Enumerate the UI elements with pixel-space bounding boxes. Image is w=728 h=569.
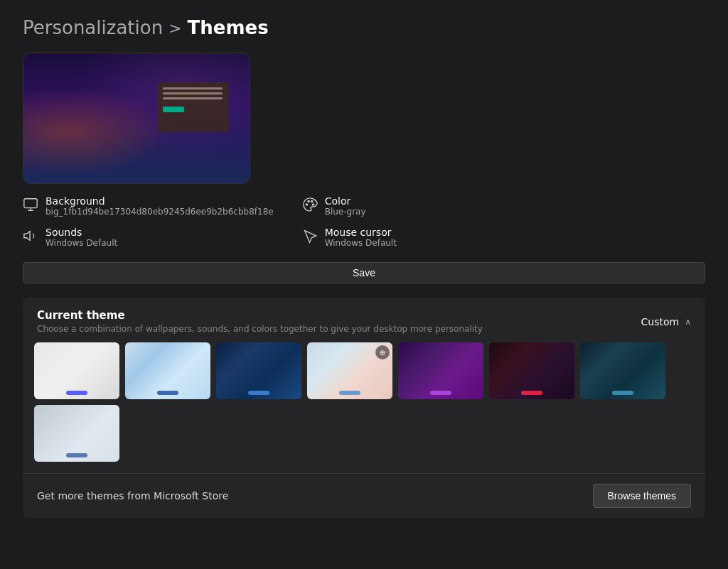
theme-indicator-ocean xyxy=(612,391,633,395)
preview-line-2 xyxy=(163,92,223,94)
chevron-up-icon: ∧ xyxy=(685,317,691,327)
theme-thumb-ocean[interactable] xyxy=(580,342,665,399)
svg-point-3 xyxy=(311,200,312,202)
current-theme-title: Current theme xyxy=(37,309,483,322)
svg-point-1 xyxy=(306,204,307,205)
bottom-bar: Get more themes from Microsoft Store Bro… xyxy=(23,473,705,518)
mouse-cursor-text: Mouse cursor Windows Default xyxy=(325,227,397,248)
info-grid: Background big_1fb1d94be17304d80eb9245d6… xyxy=(23,195,506,248)
background-icon xyxy=(23,197,38,212)
preview-line-3 xyxy=(163,97,223,99)
theme-indicator-purple xyxy=(430,391,451,395)
theme-thumb-white-flower[interactable] xyxy=(34,405,119,462)
theme-thumb-blue-dark[interactable] xyxy=(216,342,301,399)
background-value: big_1fb1d94be17304d80eb9245d6ee9b2b6cbb8… xyxy=(46,207,274,217)
current-theme-title-group: Current theme Choose a combination of wa… xyxy=(37,309,483,334)
themes-grid: ⊕ xyxy=(23,342,705,473)
sounds-icon xyxy=(23,228,38,244)
sounds-value: Windows Default xyxy=(46,238,117,248)
current-theme-description: Choose a combination of wallpapers, soun… xyxy=(37,324,483,334)
current-theme-value: Custom xyxy=(641,316,680,327)
background-label: Background xyxy=(46,195,274,207)
save-button[interactable]: Save xyxy=(23,262,705,283)
svg-rect-0 xyxy=(24,199,37,208)
preview-window-button xyxy=(163,107,184,112)
theme-preview xyxy=(23,53,250,184)
browse-themes-button[interactable]: Browse themes xyxy=(593,484,691,508)
theme-indicator-dark-floral xyxy=(521,391,542,395)
breadcrumb-current: Themes xyxy=(188,17,269,38)
theme-indicator-blue-flower xyxy=(157,391,178,395)
color-label: Color xyxy=(325,195,366,207)
theme-thumb-dark-floral[interactable] xyxy=(489,342,574,399)
settings-page: Personalization > Themes Background xyxy=(0,0,728,535)
color-icon xyxy=(302,197,318,212)
sounds-text: Sounds Windows Default xyxy=(46,227,117,248)
preview-section: Background big_1fb1d94be17304d80eb9245d6… xyxy=(23,53,705,283)
preview-window xyxy=(157,82,228,131)
sounds-info[interactable]: Sounds Windows Default xyxy=(23,227,274,248)
breadcrumb: Personalization > Themes xyxy=(23,17,705,38)
color-value: Blue-gray xyxy=(325,207,366,217)
sounds-label: Sounds xyxy=(46,227,117,238)
background-text: Background big_1fb1d94be17304d80eb9245d6… xyxy=(46,195,274,217)
background-info[interactable]: Background big_1fb1d94be17304d80eb9245d6… xyxy=(23,195,274,217)
theme-overlay-sakura: ⊕ xyxy=(375,345,390,359)
current-theme-section: Current theme Choose a combination of wa… xyxy=(23,298,705,518)
breadcrumb-parent[interactable]: Personalization xyxy=(23,17,163,38)
theme-indicator-white-flower xyxy=(66,453,87,457)
svg-marker-5 xyxy=(24,232,30,241)
theme-indicator-light xyxy=(66,391,87,395)
breadcrumb-separator: > xyxy=(168,19,181,37)
mouse-cursor-label: Mouse cursor xyxy=(325,227,397,238)
preview-line-1 xyxy=(163,87,223,90)
theme-thumb-purple[interactable] xyxy=(398,342,483,399)
store-text: Get more themes from Microsoft Store xyxy=(37,490,228,502)
theme-thumb-sakura[interactable]: ⊕ xyxy=(307,342,392,399)
mouse-cursor-info[interactable]: Mouse cursor Windows Default xyxy=(302,227,506,248)
mouse-cursor-icon xyxy=(302,228,318,244)
current-theme-header: Current theme Choose a combination of wa… xyxy=(23,298,705,342)
theme-indicator-sakura xyxy=(339,391,360,395)
svg-point-2 xyxy=(308,200,309,202)
theme-thumb-light[interactable] xyxy=(34,342,119,399)
theme-thumb-blue-flower[interactable] xyxy=(125,342,210,399)
color-text: Color Blue-gray xyxy=(325,195,366,217)
theme-indicator-blue-dark xyxy=(248,391,269,395)
mouse-cursor-value: Windows Default xyxy=(325,238,397,248)
color-info[interactable]: Color Blue-gray xyxy=(302,195,506,217)
current-theme-value-group[interactable]: Custom ∧ xyxy=(641,316,691,327)
svg-point-4 xyxy=(312,204,314,205)
